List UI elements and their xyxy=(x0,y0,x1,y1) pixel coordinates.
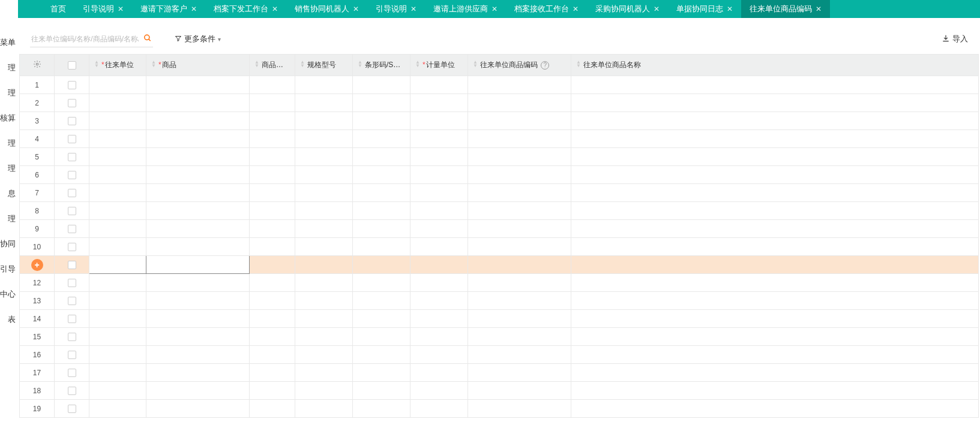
data-cell[interactable] xyxy=(89,220,146,238)
data-cell[interactable] xyxy=(250,94,295,112)
table-row[interactable]: 15 xyxy=(20,328,979,346)
row-checkbox-cell[interactable] xyxy=(55,256,89,274)
row-checkbox[interactable] xyxy=(68,99,76,107)
data-cell[interactable] xyxy=(571,220,979,238)
data-cell[interactable] xyxy=(571,346,979,364)
row-checkbox[interactable] xyxy=(68,387,76,395)
data-cell[interactable] xyxy=(146,76,250,94)
sort-icon[interactable] xyxy=(94,60,99,68)
col-measure-header[interactable]: *计量单位 xyxy=(410,55,468,76)
sort-icon[interactable] xyxy=(358,60,362,68)
data-cell[interactable] xyxy=(89,292,146,310)
close-icon[interactable]: ✕ xyxy=(492,5,498,13)
row-checkbox-cell[interactable] xyxy=(55,292,89,310)
data-cell[interactable] xyxy=(89,130,146,148)
sidebar-item[interactable]: 理 xyxy=(0,55,18,80)
data-cell[interactable] xyxy=(468,184,571,202)
tab[interactable]: 引导说明✕ xyxy=(74,0,132,18)
data-cell[interactable] xyxy=(353,220,410,238)
data-cell[interactable] xyxy=(146,238,250,256)
table-row[interactable]: 10 xyxy=(20,238,979,256)
data-cell[interactable] xyxy=(571,238,979,256)
table-row[interactable]: 3 xyxy=(20,112,979,130)
table-row[interactable]: 8 xyxy=(20,202,979,220)
row-checkbox-cell[interactable] xyxy=(55,112,89,130)
row-checkbox-cell[interactable] xyxy=(55,184,89,202)
data-cell[interactable] xyxy=(410,130,468,148)
data-cell[interactable] xyxy=(571,400,979,418)
data-cell[interactable] xyxy=(410,238,468,256)
row-checkbox[interactable] xyxy=(68,369,76,377)
tab[interactable]: 邀请下游客户✕ xyxy=(132,0,205,18)
data-cell[interactable] xyxy=(468,94,571,112)
data-cell[interactable] xyxy=(146,112,250,130)
sidebar-item[interactable]: 息 xyxy=(0,181,18,206)
data-cell[interactable] xyxy=(571,184,979,202)
data-cell[interactable] xyxy=(295,202,353,220)
tab[interactable]: 引导说明✕ xyxy=(367,0,425,18)
table-row[interactable]: 5 xyxy=(20,148,979,166)
search-icon[interactable] xyxy=(143,34,152,44)
data-cell[interactable] xyxy=(295,382,353,400)
row-checkbox-cell[interactable] xyxy=(55,238,89,256)
data-cell[interactable] xyxy=(353,292,410,310)
data-cell[interactable] xyxy=(353,346,410,364)
row-checkbox[interactable] xyxy=(68,81,76,89)
data-cell[interactable] xyxy=(89,382,146,400)
data-cell[interactable] xyxy=(250,76,295,94)
data-cell[interactable] xyxy=(353,256,410,274)
sidebar-item[interactable]: 表 xyxy=(0,307,18,332)
data-cell[interactable] xyxy=(295,148,353,166)
table-row[interactable]: 2 xyxy=(20,94,979,112)
data-cell[interactable] xyxy=(250,256,295,274)
row-checkbox-cell[interactable] xyxy=(55,76,89,94)
sidebar-item[interactable]: 理 xyxy=(0,156,18,181)
data-cell[interactable] xyxy=(250,112,295,130)
data-cell[interactable] xyxy=(468,328,571,346)
data-cell[interactable] xyxy=(468,256,571,274)
data-cell[interactable] xyxy=(410,256,468,274)
data-cell[interactable] xyxy=(468,112,571,130)
data-cell[interactable] xyxy=(89,238,146,256)
data-cell[interactable] xyxy=(353,184,410,202)
data-cell[interactable] xyxy=(468,292,571,310)
data-cell[interactable] xyxy=(353,202,410,220)
close-icon[interactable]: ✕ xyxy=(353,5,359,13)
data-cell[interactable] xyxy=(468,400,571,418)
data-cell[interactable] xyxy=(146,346,250,364)
data-cell[interactable] xyxy=(295,346,353,364)
tab[interactable]: 单据协同日志✕ xyxy=(668,0,741,18)
data-cell[interactable] xyxy=(250,364,295,382)
data-cell[interactable] xyxy=(468,274,571,292)
row-checkbox-cell[interactable] xyxy=(55,364,89,382)
data-cell[interactable] xyxy=(571,94,979,112)
data-cell[interactable] xyxy=(146,310,250,328)
table-row[interactable]: 19 xyxy=(20,400,979,418)
col-spec-header[interactable]: 规格型号 xyxy=(295,55,353,76)
data-cell[interactable] xyxy=(250,292,295,310)
close-icon[interactable]: ✕ xyxy=(816,5,822,13)
data-cell[interactable] xyxy=(410,94,468,112)
data-cell[interactable] xyxy=(410,400,468,418)
data-cell[interactable] xyxy=(571,364,979,382)
data-cell[interactable] xyxy=(571,202,979,220)
row-checkbox[interactable] xyxy=(68,333,76,341)
add-row-icon[interactable]: + xyxy=(31,259,43,271)
data-cell[interactable] xyxy=(353,310,410,328)
data-cell[interactable] xyxy=(295,94,353,112)
sidebar-item[interactable]: 引导 xyxy=(0,257,18,282)
data-cell[interactable] xyxy=(571,112,979,130)
data-cell[interactable] xyxy=(571,310,979,328)
data-cell[interactable] xyxy=(295,292,353,310)
close-icon[interactable]: ✕ xyxy=(727,5,733,13)
table-row[interactable]: 6 xyxy=(20,166,979,184)
data-cell[interactable] xyxy=(89,328,146,346)
data-cell[interactable] xyxy=(250,130,295,148)
data-cell[interactable] xyxy=(89,112,146,130)
col-unit-header[interactable]: *往来单位 xyxy=(89,55,146,76)
row-checkbox[interactable] xyxy=(68,171,76,179)
data-cell[interactable] xyxy=(468,130,571,148)
data-cell[interactable] xyxy=(146,148,250,166)
row-checkbox[interactable] xyxy=(68,351,76,359)
row-checkbox-cell[interactable] xyxy=(55,346,89,364)
